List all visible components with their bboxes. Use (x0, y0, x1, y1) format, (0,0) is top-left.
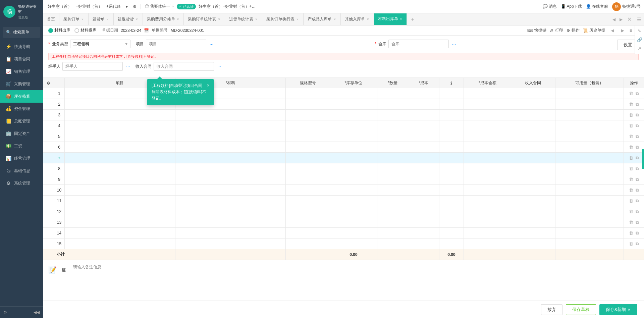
row-income-contract-cell[interactable] (511, 206, 555, 217)
add-row-btn[interactable]: + (58, 156, 60, 160)
row-cost-cell[interactable] (408, 206, 439, 217)
sidebar-item-purchase[interactable]: 🛒 采购管理 (0, 78, 43, 90)
tab-purchase-expense[interactable]: 采购费用分摊单× (143, 13, 184, 25)
row-material-cell[interactable] (175, 238, 286, 249)
row-qty-cell[interactable] (377, 142, 408, 153)
row-cost-cell[interactable] (408, 120, 439, 131)
row-project-input[interactable] (67, 156, 173, 160)
row-cost-amount-cell[interactable] (464, 99, 511, 110)
sidebar-item-finance[interactable]: 💰 资金管理 (0, 103, 43, 115)
row-material-cell[interactable] (175, 163, 286, 174)
row-spec-cell[interactable] (286, 217, 330, 228)
row-material-cell[interactable] (175, 185, 286, 196)
row-delete-btn[interactable]: 🗑 (628, 176, 634, 182)
topbar-nav-agent[interactable]: +易代账 (105, 3, 122, 10)
sidebar-item-inventory[interactable]: 📦 库存核算 (0, 90, 43, 103)
tab-purchase-exec[interactable]: 采购订单执行表× (262, 13, 304, 25)
row-spec-cell[interactable] (286, 163, 330, 174)
row-spec-cell[interactable] (286, 142, 330, 153)
right-panel-edit-btn[interactable]: ✎ (636, 27, 644, 35)
save-new-btn[interactable]: 保存&新增 ∧ (599, 304, 637, 315)
row-income-contract-cell[interactable] (511, 142, 555, 153)
tab-menu-btn[interactable]: ☰ (634, 17, 644, 22)
row-copy-btn[interactable]: ⧉ (635, 198, 639, 204)
row-spec-cell[interactable] (286, 185, 330, 196)
sidebar-item-salary[interactable]: 💵 工资 (0, 140, 43, 152)
settings-bottom-icon[interactable]: ⚙ (3, 310, 7, 315)
row-material-cell[interactable] (175, 174, 286, 185)
row-cost-amount-cell[interactable] (464, 185, 511, 196)
topbar-nav-plus-finance[interactable]: +好业财（首） (74, 3, 104, 10)
row-delete-btn[interactable]: 🗑 (628, 90, 634, 97)
row-available-cell[interactable] (555, 196, 624, 206)
row-material-cell[interactable] (175, 217, 286, 228)
tab-purchase-stat[interactable]: 采购订单统计表× (184, 13, 225, 25)
row-income-contract-cell[interactable] (511, 99, 555, 110)
calendar-icon[interactable]: 📅 (144, 28, 149, 33)
row-delete-btn[interactable]: 🗑 (628, 230, 634, 236)
row-cost-amount-cell[interactable] (464, 206, 511, 217)
topbar-suite[interactable]: 好生意（首）+好业财（首）+… (197, 3, 257, 10)
row-unit-cell[interactable] (330, 142, 377, 153)
row-copy-btn[interactable]: ⧉ (635, 155, 639, 161)
tab-add-btn[interactable]: + (407, 16, 418, 22)
row-copy-btn[interactable]: ⧉ (635, 90, 639, 97)
tab-purchase-order[interactable]: 采购订单× (59, 13, 89, 25)
record-prev-btn[interactable]: ◀ (609, 28, 616, 33)
row-delete-btn[interactable]: 🗑 (628, 144, 634, 150)
row-cost-cell[interactable] (408, 174, 439, 185)
user-info[interactable]: 畅 畅捷通8号 (612, 2, 641, 11)
app-download-btn[interactable]: 📱 App下载 (561, 4, 582, 9)
tab-receive-stat[interactable]: 进货单统计表× (225, 13, 262, 25)
row-cost-amount-cell[interactable] (464, 131, 511, 142)
row-cost-cell[interactable] (408, 185, 439, 196)
row-unit-cell[interactable] (330, 238, 377, 249)
row-project-cell[interactable] (65, 217, 175, 228)
income-contract-input[interactable] (154, 62, 214, 71)
radio-material-return[interactable]: 材料退库 (74, 28, 97, 33)
row-unit-cell[interactable] (330, 185, 377, 196)
online-service-btn[interactable]: 👤 在线客服 (586, 4, 608, 9)
tab-close-icon[interactable]: × (366, 17, 370, 21)
handler-more-icon[interactable]: ··· (126, 64, 130, 69)
row-cost-amount-cell[interactable] (464, 110, 511, 120)
row-spec-cell[interactable] (286, 228, 330, 238)
notes-input[interactable] (73, 264, 639, 281)
row-project-cell[interactable] (65, 196, 175, 206)
row-project-cell[interactable] (65, 238, 175, 249)
tab-close-icon[interactable]: × (176, 17, 180, 21)
row-delete-btn[interactable]: 🗑 (628, 241, 634, 247)
row-qty-cell[interactable] (377, 99, 408, 110)
row-material-cell[interactable] (175, 142, 286, 153)
row-material-cell[interactable] (175, 131, 286, 142)
row-cost-amount-cell[interactable] (464, 163, 511, 174)
row-income-contract-cell[interactable] (511, 131, 555, 142)
tab-close-icon[interactable]: × (255, 17, 258, 21)
sidebar-item-sales[interactable]: 📈 销售管理 (0, 65, 43, 78)
row-spec-cell[interactable] (286, 174, 330, 185)
row-income-contract-cell[interactable] (511, 163, 555, 174)
row-project-cell[interactable] (65, 185, 175, 196)
row-unit-cell[interactable] (330, 196, 377, 206)
row-spec-cell[interactable] (286, 120, 330, 131)
row-material-cell[interactable] (175, 228, 286, 238)
row-income-contract-cell[interactable] (511, 217, 555, 228)
col-cost-amount[interactable]: *成本金额 (464, 78, 511, 88)
tab-close-icon[interactable]: × (81, 17, 84, 21)
row-cost-cell[interactable] (408, 99, 439, 110)
topbar-nav-dropdown[interactable]: ▼ (123, 4, 130, 10)
row-material-cell[interactable] (175, 196, 286, 206)
tab-close-icon[interactable]: × (333, 17, 336, 21)
project-more-icon[interactable]: ··· (210, 41, 214, 47)
row-unit-cell[interactable] (330, 206, 377, 217)
row-material-cell[interactable] (175, 206, 286, 217)
tab-home[interactable]: 首页 (43, 13, 59, 25)
row-copy-btn[interactable]: ⧉ (635, 101, 639, 108)
row-income-contract-cell[interactable] (511, 120, 555, 131)
tab-close-icon[interactable]: × (296, 17, 299, 21)
row-qty-cell[interactable] (377, 131, 408, 142)
warehouse-more-icon[interactable]: ··· (452, 41, 456, 47)
tab-purchase-receive[interactable]: 进货单× (89, 13, 114, 25)
row-cost-cell[interactable] (408, 88, 439, 99)
income-contract-more-icon[interactable]: ··· (217, 64, 221, 69)
